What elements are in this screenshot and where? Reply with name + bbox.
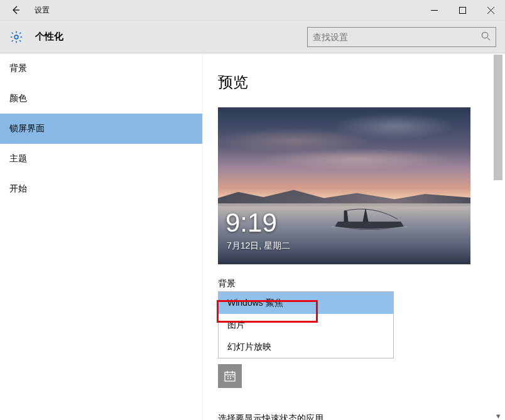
sidebar-item-lockscreen[interactable]: 锁屏界面 — [0, 114, 202, 144]
search-icon — [481, 31, 491, 43]
back-button[interactable] — [6, 1, 25, 19]
sidebar: 背景 颜色 锁屏界面 主题 开始 — [0, 53, 203, 420]
option-label: Windows 聚焦 — [227, 298, 283, 309]
close-button[interactable] — [477, 1, 505, 19]
sidebar-item-label: 开始 — [9, 183, 27, 195]
sidebar-item-label: 主题 — [9, 153, 27, 164]
lock-time: 9:19 — [225, 208, 277, 238]
back-arrow-icon — [11, 5, 21, 15]
svg-point-1 — [14, 35, 18, 39]
sidebar-item-start[interactable]: 开始 — [0, 174, 202, 204]
background-label: 背景 — [218, 278, 489, 289]
option-label: 幻灯片放映 — [227, 342, 271, 353]
scrollbar-thumb[interactable] — [494, 55, 502, 180]
svg-point-2 — [482, 32, 487, 38]
sidebar-item-label: 背景 — [9, 63, 27, 74]
scrollbar[interactable]: ▴ ▾ — [494, 53, 504, 420]
search-box[interactable] — [307, 27, 496, 47]
background-dropdown[interactable]: Windows 聚焦 图片 幻灯片放映 — [218, 291, 394, 358]
background-option-spotlight[interactable]: Windows 聚焦 — [219, 292, 393, 314]
sidebar-item-label: 颜色 — [9, 93, 27, 104]
sidebar-item-label: 锁屏界面 — [9, 123, 45, 134]
page-title: 个性化 — [35, 31, 63, 43]
minimize-button[interactable] — [420, 1, 448, 19]
lock-date: 7月12日, 星期二 — [227, 240, 290, 252]
window-title: 设置 — [35, 5, 50, 16]
header-row: 个性化 — [0, 21, 505, 53]
background-option-picture[interactable]: 图片 — [219, 314, 393, 336]
maximize-icon — [459, 7, 466, 14]
search-input[interactable] — [313, 32, 481, 42]
titlebar: 设置 — [0, 0, 505, 21]
sidebar-item-colors[interactable]: 颜色 — [0, 83, 202, 114]
scroll-down-arrow-icon[interactable]: ▾ — [494, 411, 502, 420]
sidebar-item-background[interactable]: 背景 — [0, 53, 202, 83]
svg-rect-0 — [460, 7, 466, 13]
close-icon — [487, 7, 494, 14]
sidebar-item-themes[interactable]: 主题 — [0, 144, 202, 174]
lockscreen-preview: 9:19 7月12日, 星期二 — [218, 107, 470, 264]
boat-illustration — [332, 208, 407, 233]
quick-status-label: 选择要显示快速状态的应用 — [218, 413, 489, 420]
background-option-slideshow[interactable]: 幻灯片放映 — [219, 336, 393, 358]
maximize-button[interactable] — [448, 1, 477, 19]
main-content: 预览 9:19 7月12日, 星期二 背景 Windows 聚焦 图片 — [203, 53, 505, 420]
gear-icon — [9, 30, 24, 45]
option-label: 图片 — [227, 320, 245, 331]
minimize-icon — [431, 7, 438, 14]
calendar-app-tile[interactable] — [218, 364, 242, 388]
calendar-icon — [224, 370, 236, 382]
preview-heading: 预览 — [218, 72, 489, 92]
